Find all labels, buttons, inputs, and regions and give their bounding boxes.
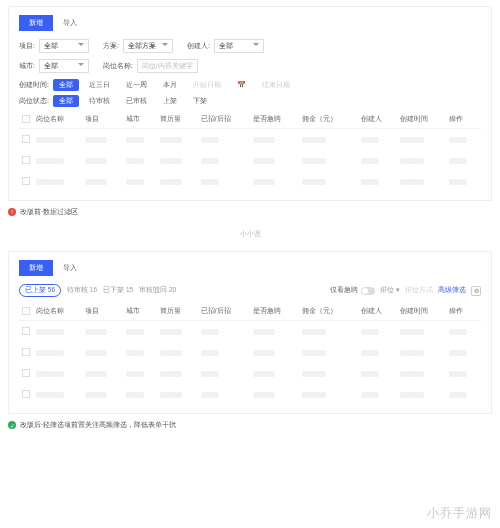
sort-hint: 排位方式 [405,286,433,295]
skeleton-cell [160,179,182,185]
tab-import[interactable]: 导入 [53,15,87,31]
toolbar-right: 仅看急聘 排位 ▾ 排位方式 高级筛选 ⚙ [330,286,481,296]
skeleton-cell [302,350,326,356]
col-created: 创建时间 [397,111,446,129]
skeleton-cell [302,179,326,185]
col-project: 项目 [82,111,122,129]
tab-add[interactable]: 新增 [19,15,53,31]
status-pill-on[interactable]: 已上架 56 [19,284,61,297]
skeleton-cell [160,350,182,356]
row-checkbox[interactable] [22,156,30,164]
filter-label: 城市: [19,61,35,71]
skeleton-cell [449,179,467,185]
select-all-checkbox[interactable] [22,307,30,315]
chip-3d[interactable]: 近三日 [83,79,116,91]
status-pending[interactable]: 待审核 16 [67,286,97,295]
col-fee: 佣金（元） [299,303,358,321]
skeleton-cell [201,392,219,398]
status-off[interactable]: 已下架 15 [103,286,133,295]
note-after: ✓ 改版后·轻筛选项前置关注高频筛选，降低表单干扰 [8,420,492,430]
skeleton-cell [449,350,467,356]
note-before: ! 改版前·数据过滤区 [8,207,492,217]
skeleton-cell [449,392,467,398]
city-select[interactable]: 全部 [39,59,89,73]
chip-status-off[interactable]: 下架 [187,95,213,107]
chip-status-pending[interactable]: 待审核 [83,95,116,107]
col-creator: 创建人 [358,111,397,129]
skeleton-cell [302,392,326,398]
switch-icon[interactable] [361,287,375,295]
skeleton-cell [201,137,219,143]
skeleton-cell [160,137,182,143]
col-city: 城市 [123,303,158,321]
tab-import[interactable]: 导入 [53,260,87,276]
table-body-1 [19,129,481,193]
skeleton-cell [400,350,424,356]
settings-icon[interactable]: ⚙ [471,286,481,296]
filter-label: 创建人: [187,41,210,51]
skeleton-cell [253,371,275,377]
skeleton-cell [201,371,219,377]
advanced-filter[interactable]: 高级筛选 [438,286,466,295]
skeleton-cell [160,371,182,377]
col-city: 城市 [123,111,158,129]
col-hired: 已招/后招 [198,111,250,129]
table-row [19,384,481,405]
chip-all[interactable]: 全部 [53,79,79,91]
filter-creator: 创建人: 全部 [187,39,264,53]
skeleton-cell [85,392,107,398]
urgent-toggle[interactable]: 仅看急聘 [330,286,375,295]
tab-add[interactable]: 新增 [19,260,53,276]
row-checkbox[interactable] [22,177,30,185]
skeleton-cell [126,137,144,143]
date-start[interactable]: 开始日期 [187,79,227,91]
select-all-checkbox[interactable] [22,115,30,123]
sort-select[interactable]: 排位 ▾ [380,286,400,295]
note-text: 改版前·数据过滤区 [20,207,78,217]
status-reject[interactable]: 审核驳回 20 [139,286,176,295]
row-checkbox[interactable] [22,348,30,356]
filter-label: 岗位状态: [19,96,49,106]
scheme-select[interactable]: 全部方案 [123,39,173,53]
chip-status-all[interactable]: 全部 [53,95,79,107]
toolbar: 已上架 56 待审核 16 已下架 15 审核驳回 20 仅看急聘 排位 ▾ 排… [19,284,481,297]
skeleton-cell [36,371,64,377]
skeleton-cell [253,179,275,185]
table-body-2 [19,321,481,406]
chip-1w[interactable]: 近一周 [120,79,153,91]
project-select[interactable]: 全部 [39,39,89,53]
chip-status-approved[interactable]: 已审核 [120,95,153,107]
skeleton-cell [400,158,424,164]
tabs: 新增 导入 [19,260,481,276]
row-checkbox[interactable] [22,369,30,377]
skeleton-cell [36,179,64,185]
skeleton-cell [361,137,379,143]
skeleton-cell [201,179,219,185]
filter-city: 城市: 全部 [19,59,89,73]
table-row [19,150,481,171]
row-checkbox[interactable] [22,327,30,335]
skeleton-cell [126,329,144,335]
calendar-icon[interactable]: 📅 [231,80,252,90]
table-row [19,363,481,384]
skeleton-cell [160,158,182,164]
tabs: 新增 导入 [19,15,481,31]
filter-label: 项目: [19,41,35,51]
panel-after: 新增 导入 已上架 56 待审核 16 已下架 15 审核驳回 20 仅看急聘 … [8,251,492,414]
jobname-input[interactable]: 岗位/内容关键字 [137,59,198,73]
skeleton-cell [201,329,219,335]
chip-month[interactable]: 本月 [157,79,183,91]
skeleton-cell [361,158,379,164]
row-checkbox[interactable] [22,135,30,143]
job-status-row: 岗位状态: 全部 待审核 已审核 上架 下架 [19,95,481,107]
skeleton-cell [400,137,424,143]
skeleton-cell [302,137,326,143]
creator-select[interactable]: 全部 [214,39,264,53]
skeleton-cell [253,392,275,398]
skeleton-cell [253,137,275,143]
skeleton-cell [400,179,424,185]
date-end[interactable]: 结束日期 [256,79,296,91]
row-checkbox[interactable] [22,390,30,398]
chip-status-on[interactable]: 上架 [157,95,183,107]
skeleton-cell [253,158,275,164]
